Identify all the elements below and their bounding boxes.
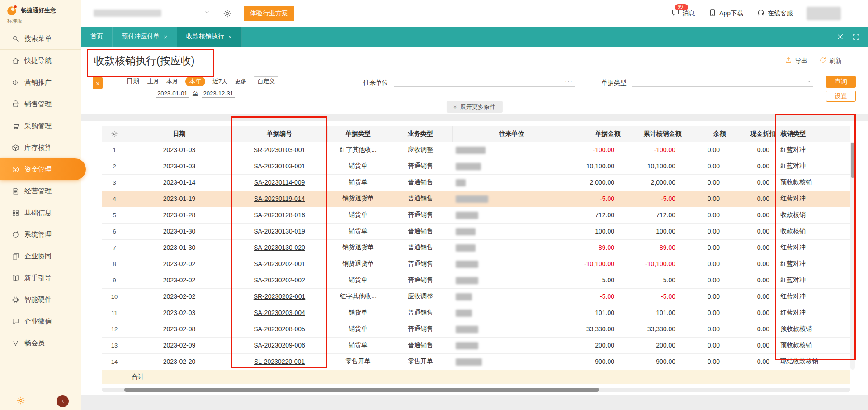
- online-service-button[interactable]: 在线客服: [757, 9, 793, 19]
- sidebar-item-funds[interactable]: 资金管理: [0, 158, 86, 180]
- cell-partner: [452, 142, 571, 158]
- doc-no-link[interactable]: SA-20230203-004: [254, 309, 305, 316]
- sidebar-item-inventory[interactable]: 库存核算: [0, 137, 81, 158]
- tab-receipt-writeoff[interactable]: 收款核销执行×: [177, 27, 242, 47]
- sidebar-item-purchase[interactable]: 采购管理: [0, 115, 81, 137]
- doc-type-select[interactable]: [632, 76, 813, 87]
- date-option-custom[interactable]: 自定义: [254, 76, 278, 86]
- cell-partner: [452, 321, 571, 337]
- doc-no-link[interactable]: SA-20230114-009: [254, 179, 305, 186]
- column-header[interactable]: 累计核销金额: [621, 126, 682, 142]
- date-end-input[interactable]: 2023-12-31: [202, 90, 235, 98]
- doc-no-link[interactable]: SA-20230209-006: [254, 342, 305, 349]
- user-avatar[interactable]: [807, 7, 841, 20]
- settings-gear-icon[interactable]: [223, 9, 232, 18]
- collaboration-icon: [12, 253, 19, 260]
- table-row[interactable]: 32023-01-14SA-20230114-009销货单普通销售2,000.0…: [102, 174, 850, 191]
- column-header[interactable]: 单据类型: [327, 126, 389, 142]
- sidebar-item-wecom[interactable]: 企业微信: [0, 310, 81, 332]
- tab-prepaid-writeoff[interactable]: 预付冲应付单×: [113, 27, 177, 47]
- table-row[interactable]: 22023-01-03SA-20230103-001销货单普通销售10,100.…: [102, 158, 850, 174]
- trial-plan-button[interactable]: 体验行业方案: [244, 6, 294, 21]
- doc-no-link[interactable]: SA-20230202-002: [254, 277, 305, 284]
- date-option-last-7-days[interactable]: 近7天: [212, 77, 227, 86]
- column-header[interactable]: 业务类型: [389, 126, 452, 142]
- column-header[interactable]: 单据金额: [571, 126, 621, 142]
- sidebar-item-member[interactable]: 畅会员: [0, 332, 81, 354]
- partner-picker-button[interactable]: ···: [565, 77, 575, 85]
- date-start-input[interactable]: 2023-01-01: [156, 90, 189, 98]
- fullscreen-icon[interactable]: [852, 33, 860, 41]
- sidebar-item-smart-hardware[interactable]: 智能硬件: [0, 289, 81, 310]
- doc-no-link[interactable]: SA-20230130-019: [254, 228, 305, 235]
- table-row[interactable]: 62023-01-30SA-20230130-019销货单普通销售100.001…: [102, 223, 850, 239]
- table-row[interactable]: 122023-02-08SA-20230208-005销货单普通销售33,330…: [102, 321, 850, 337]
- table-row[interactable]: 52023-01-28SA-20230128-016销货单普通销售712.007…: [102, 207, 850, 223]
- table-row[interactable]: 82023-02-02SA-20230202-001销货退货单普通销售-10,1…: [102, 256, 850, 272]
- doc-no-link[interactable]: SL-20230220-001: [254, 358, 305, 365]
- tab-close-icon[interactable]: ×: [164, 33, 168, 40]
- app-download-button[interactable]: App下载: [708, 9, 743, 19]
- sidebar-item-search[interactable]: 搜索菜单: [0, 28, 81, 50]
- settings-button[interactable]: 设置: [826, 91, 856, 102]
- query-button[interactable]: 查询: [826, 76, 856, 88]
- table-row[interactable]: 12023-01-03SR-20230103-001红字其他收...应收调整-1…: [102, 142, 850, 158]
- org-select[interactable]: [94, 6, 210, 21]
- tab-home[interactable]: 首页: [81, 27, 113, 47]
- expand-more-conditions-button[interactable]: » 展开更多条件: [447, 101, 503, 113]
- doc-no-link[interactable]: SR-20230103-001: [254, 146, 305, 153]
- partner-input[interactable]: ···: [394, 76, 575, 87]
- date-option-more[interactable]: 更多: [235, 77, 246, 86]
- column-settings-icon[interactable]: [111, 130, 118, 138]
- cell-doc-type: 销货单: [327, 272, 389, 288]
- table-row[interactable]: 112023-02-03SA-20230203-004销货单普通销售101.00…: [102, 305, 850, 321]
- cell-biz-type: 普通销售: [389, 321, 452, 337]
- column-header[interactable]: 单据编号: [231, 126, 327, 142]
- vertical-scrollbar[interactable]: [850, 142, 855, 370]
- table-row[interactable]: 142023-02-20SL-20230220-001零售开单零售开单900.0…: [102, 353, 850, 370]
- horizontal-scrollbar-thumb[interactable]: [124, 388, 599, 392]
- doc-no-link[interactable]: SA-20230119-014: [254, 195, 305, 202]
- column-header[interactable]: 往来单位: [452, 126, 571, 142]
- table-row[interactable]: 42023-01-19SA-20230119-014销货退货单普通销售-5.00…: [102, 191, 850, 207]
- refresh-button[interactable]: 刷新: [819, 57, 842, 65]
- doc-no-link[interactable]: SA-20230128-016: [254, 211, 305, 219]
- horizontal-scrollbar[interactable]: [102, 388, 850, 392]
- sidebar-item-operations[interactable]: 经营管理: [0, 180, 81, 202]
- close-tab-icon[interactable]: [836, 33, 844, 41]
- export-button[interactable]: 导出: [785, 57, 807, 65]
- doc-no-link[interactable]: SA-20230130-020: [254, 244, 305, 251]
- tab-close-icon[interactable]: ×: [228, 33, 232, 40]
- date-option-this-year[interactable]: 本年: [185, 76, 205, 86]
- doc-no-link[interactable]: SA-20230103-001: [254, 162, 305, 170]
- date-option-last-month[interactable]: 上月: [147, 77, 159, 86]
- table-row[interactable]: 92023-02-02SA-20230202-002销货单普通销售5.005.0…: [102, 272, 850, 288]
- sidebar-settings-icon[interactable]: [16, 396, 25, 407]
- collapse-filter-button[interactable]: »: [93, 77, 103, 89]
- messages-button[interactable]: 消息 99+: [671, 9, 695, 19]
- vertical-scrollbar-thumb[interactable]: [851, 143, 854, 178]
- doc-no-link[interactable]: SA-20230202-001: [254, 260, 305, 267]
- doc-no-link[interactable]: SA-20230208-005: [254, 325, 305, 333]
- sidebar-item-base-info[interactable]: 基础信息: [0, 202, 81, 224]
- quick-nav-icon: [12, 57, 19, 65]
- sidebar-item-marketing[interactable]: 营销推广: [0, 72, 81, 93]
- sidebar-item-system[interactable]: 系统管理: [0, 224, 81, 245]
- table-row[interactable]: 102023-02-02SR-20230202-001红字其他收...应收调整-…: [102, 288, 850, 305]
- column-header[interactable]: 余额: [682, 126, 726, 142]
- sidebar-item-collaboration[interactable]: 企业协同: [0, 245, 81, 267]
- table-row[interactable]: 132023-02-09SA-20230209-006销货单普通销售200.00…: [102, 337, 850, 353]
- cell-balance: 0.00: [682, 223, 726, 239]
- sidebar-item-sales[interactable]: 销售管理: [0, 93, 81, 115]
- sidebar-item-quick-nav[interactable]: 快捷导航: [0, 50, 81, 72]
- column-header[interactable]: 日期: [127, 126, 231, 142]
- column-header[interactable]: 现金折扣: [726, 126, 776, 142]
- sidebar-item-beginner-guide[interactable]: 新手引导: [0, 267, 81, 289]
- row-number: 13: [102, 337, 127, 353]
- doc-no-link[interactable]: SR-20230202-001: [254, 293, 305, 300]
- refresh-label: 刷新: [829, 57, 842, 65]
- column-header[interactable]: 核销类型: [776, 126, 850, 142]
- sidebar-collapse-button[interactable]: [57, 395, 69, 407]
- table-row[interactable]: 72023-01-30SA-20230130-020销货退货单普通销售-89.0…: [102, 239, 850, 256]
- date-option-this-month[interactable]: 本月: [166, 77, 178, 86]
